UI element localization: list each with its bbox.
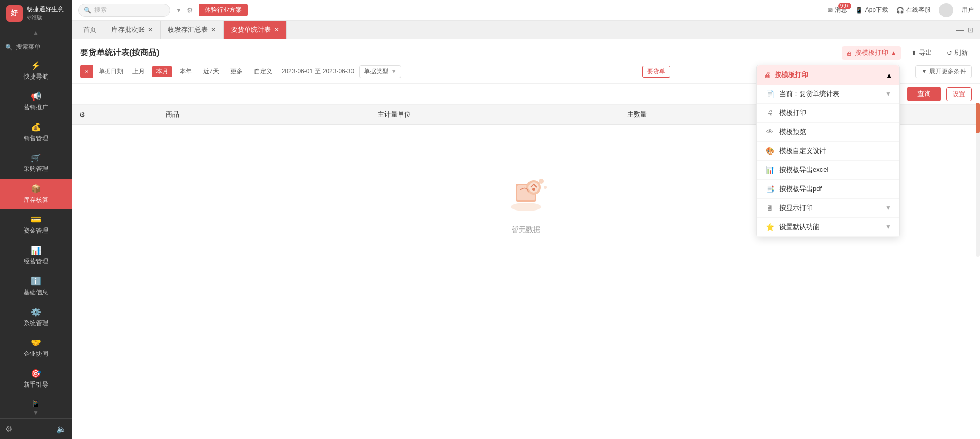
printer-icon: 🖨 (846, 49, 853, 57)
avatar[interactable] (939, 3, 953, 17)
sidebar-bottom: ⚙ 🔈 (0, 418, 72, 439)
sidebar-search[interactable]: 🔍 搜索菜单 (0, 39, 72, 55)
dropdown-template-design[interactable]: 🎨 模板自定义设计 (757, 142, 899, 161)
dropdown-display-print[interactable]: 🖥 按显示打印 ▼ (757, 199, 899, 218)
sidebar-item-apps[interactable]: 📱 应用中心 (0, 394, 72, 407)
sidebar-item-quick-nav[interactable]: ⚡ 快捷导航 (0, 55, 72, 86)
finance-icon: 💳 (31, 215, 41, 224)
page-title: 要货单统计表(按商品) (80, 48, 160, 59)
sidebar-item-label: 基础信息 (24, 288, 48, 297)
filter-expand-arrow[interactable]: » (80, 65, 93, 78)
table-settings-button[interactable]: 设置 (946, 87, 972, 101)
refresh-label: 刷新 (954, 48, 968, 58)
doc-type-filter[interactable]: 单据类型 ▼ (359, 65, 401, 78)
headset-icon: 🎧 (896, 7, 904, 14)
maximize-icon[interactable]: ⊡ (968, 26, 974, 34)
sidebar-item-sales[interactable]: 💰 销售管理 (0, 117, 72, 148)
main-area: 🔍 搜索 ▼ ⚙ 体验行业方案 ✉ 消息 99+ 📱 App下载 🎧 在线客服 … (72, 0, 980, 439)
template-print-icon: 🖨 (765, 109, 774, 117)
empty-text: 暂无数据 (512, 225, 540, 235)
date-btn-last-month[interactable]: 上月 (128, 66, 149, 77)
right-scrollbar[interactable] (976, 103, 980, 257)
export-pdf-label: 按模板导出pdf (779, 184, 822, 194)
scrollbar-thumb[interactable] (976, 103, 980, 133)
tab-order-stats[interactable]: 要货单统计表 ✕ (224, 21, 287, 39)
sidebar-item-finance[interactable]: 💳 资金管理 (0, 209, 72, 240)
tab-receipt-summary[interactable]: 收发存汇总表 ✕ (161, 21, 224, 39)
sales-icon: 💰 (31, 122, 41, 132)
date-btn-custom[interactable]: 自定义 (250, 66, 277, 77)
col-unit-header: 主计量单位 (252, 105, 536, 125)
sidebar-item-marketing[interactable]: 📢 营销推广 (0, 86, 72, 117)
svg-point-5 (532, 188, 535, 191)
svg-point-7 (544, 186, 547, 189)
tab-order-stats-label: 要货单统计表 (231, 25, 271, 34)
search-icon: 🔍 (84, 7, 91, 14)
sidebar-item-label: 经营管理 (24, 257, 48, 266)
sound-icon[interactable]: 🔈 (56, 424, 67, 434)
date-btn-this-month[interactable]: 本月 (152, 66, 172, 77)
current-template-icon: 📄 (765, 90, 774, 98)
search-icon: 🔍 (5, 44, 13, 51)
date-btn-7days[interactable]: 近7天 (199, 66, 223, 77)
sidebar-item-inventory[interactable]: 📦 库存核算 (0, 179, 72, 209)
tab-receipt-summary-close[interactable]: ✕ (211, 26, 216, 33)
export-btn[interactable]: ⬆ 导出 (907, 46, 936, 60)
expand-more-btn[interactable]: ▼ 展开更多条件 (915, 65, 972, 78)
search-placeholder: 搜索 (94, 6, 107, 14)
tab-order-stats-close[interactable]: ✕ (274, 26, 279, 33)
message-btn[interactable]: ✉ 消息 99+ (828, 6, 847, 14)
app-name: 畅捷通好生意 (27, 6, 64, 14)
sidebar-item-guide[interactable]: 🎯 新手引导 (0, 364, 72, 394)
quick-nav-icon: ⚡ (31, 61, 41, 70)
app-download-icon: 📱 (855, 7, 863, 14)
message-badge: 99+ (838, 3, 851, 9)
topbar-dropdown-icon[interactable]: ▼ (175, 7, 182, 14)
query-button[interactable]: 查询 (907, 87, 941, 101)
default-func-label: 设置默认功能 (779, 222, 819, 232)
sidebar-item-system[interactable]: ⚙️ 系统管理 (0, 302, 72, 333)
dropdown-export-pdf[interactable]: 📑 按模板导出pdf (757, 180, 899, 199)
global-search[interactable]: 🔍 搜索 (78, 4, 170, 17)
topbar-right: ✉ 消息 99+ 📱 App下载 🎧 在线客服 用户 (828, 3, 974, 17)
dropdown-default-func[interactable]: ⭐ 设置默认功能 ▼ (757, 218, 899, 237)
minimize-icon[interactable]: — (956, 26, 964, 34)
default-func-left: ⭐ 设置默认功能 (765, 222, 819, 232)
marketing-icon: 📢 (31, 91, 41, 101)
current-chevron-icon: ▼ (885, 90, 891, 98)
sidebar-scroll-up[interactable]: ▲ (0, 27, 72, 39)
app-download-btn[interactable]: 📱 App下载 (855, 6, 888, 14)
col-gear-header[interactable]: ⚙ (72, 105, 92, 125)
sidebar-item-label: 库存核算 (24, 196, 48, 204)
tab-receipt-summary-label: 收发存汇总表 (168, 25, 208, 34)
gear-icon[interactable]: ⚙ (79, 111, 85, 119)
dropdown-template-preview[interactable]: 👁 模板预览 (757, 123, 899, 142)
tab-batch-account-label: 库存批次账 (111, 25, 145, 34)
online-service-btn[interactable]: 🎧 在线客服 (896, 6, 931, 14)
date-btn-more[interactable]: 更多 (226, 66, 247, 77)
sidebar-item-purchase[interactable]: 🛒 采购管理 (0, 148, 72, 179)
chevron-up-icon: ▲ (886, 71, 892, 79)
print-template-btn[interactable]: 🖨 按模板打印 ▲ (842, 46, 901, 60)
col-goods-header: 商品 (92, 105, 252, 125)
dropdown-template-print[interactable]: 🖨 模板打印 (757, 104, 899, 123)
sidebar-scroll-down[interactable]: ▼ (0, 407, 72, 418)
trial-button[interactable]: 体验行业方案 (199, 4, 248, 16)
tab-batch-account[interactable]: 库存批次账 ✕ (104, 21, 161, 39)
dropdown-export-excel[interactable]: 📊 按模板导出excel (757, 161, 899, 180)
sidebar-item-basic[interactable]: ℹ️ 基础信息 (0, 271, 72, 302)
tab-batch-account-close[interactable]: ✕ (148, 26, 153, 33)
sidebar-item-operations[interactable]: 📊 经营管理 (0, 240, 72, 271)
dropdown-current[interactable]: 📄 当前：要货单统计表 ▼ (757, 85, 899, 104)
refresh-btn[interactable]: ↺ 刷新 (943, 46, 972, 60)
tab-home[interactable]: 首页 (76, 21, 104, 39)
dropdown-current-left: 📄 当前：要货单统计表 (765, 89, 839, 99)
settings-icon[interactable]: ⚙ (5, 424, 12, 434)
topbar-gear-icon[interactable]: ⚙ (187, 6, 193, 14)
app-download-label: App下载 (865, 6, 888, 14)
date-btn-this-year[interactable]: 本年 (175, 66, 196, 77)
sidebar-item-corp[interactable]: 🤝 企业协同 (0, 333, 72, 364)
template-print-label: 模板打印 (779, 108, 806, 118)
display-print-arrow: ▼ (885, 204, 891, 212)
dropdown-header[interactable]: 🖨 按模板打印 ▲ (757, 65, 899, 85)
